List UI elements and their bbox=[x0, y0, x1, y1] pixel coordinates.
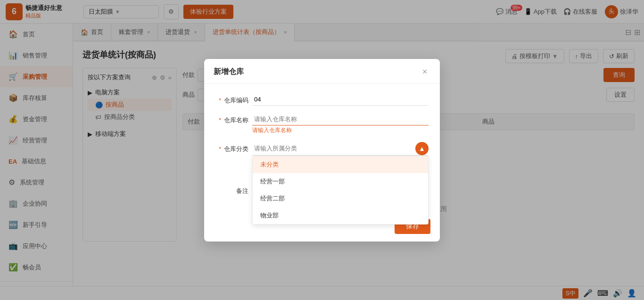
code-input[interactable] bbox=[252, 93, 429, 106]
notes-label: 备注 bbox=[215, 184, 248, 195]
dropdown-item-property[interactable]: 物业部 bbox=[253, 207, 428, 224]
new-warehouse-modal: 新增仓库 × * 仓库编码 * 仓库名称 bbox=[204, 59, 440, 242]
name-required: * bbox=[219, 117, 221, 124]
modal-header: 新增仓库 × bbox=[204, 59, 440, 84]
form-row-name: * 仓库名称 请输入仓库名称 bbox=[215, 113, 429, 134]
name-input[interactable] bbox=[252, 113, 429, 125]
category-field-wrap: ▲ 未分类 经营一部 经营二部 物业部 bbox=[252, 142, 429, 156]
code-field-wrap bbox=[252, 93, 429, 106]
modal-body: * 仓库编码 * 仓库名称 请输入仓库名称 bbox=[204, 84, 440, 213]
name-error-message: 请输入仓库名称 bbox=[252, 126, 429, 134]
dropdown-item-ops1[interactable]: 经营一部 bbox=[253, 173, 428, 190]
dropdown-item-ops2[interactable]: 经营二部 bbox=[253, 190, 428, 207]
name-field-wrap: 请输入仓库名称 bbox=[252, 113, 429, 134]
category-label: * 仓库分类 bbox=[215, 142, 248, 153]
name-label: * 仓库名称 bbox=[215, 113, 248, 125]
modal-overlay[interactable]: 新增仓库 × * 仓库编码 * 仓库名称 bbox=[0, 0, 644, 300]
category-input[interactable] bbox=[252, 142, 415, 154]
category-select-wrap: ▲ bbox=[252, 142, 429, 156]
modal-close-button[interactable]: × bbox=[419, 67, 430, 78]
modal-title: 新增仓库 bbox=[214, 67, 244, 77]
form-row-code: * 仓库编码 bbox=[215, 93, 429, 106]
code-required: * bbox=[219, 97, 221, 104]
code-label: * 仓库编码 bbox=[215, 93, 248, 105]
category-toggle-button[interactable]: ▲ bbox=[415, 142, 429, 155]
form-row-category: * 仓库分类 ▲ 未分类 经营一部 经营二部 物业部 bbox=[215, 142, 429, 156]
cat-required: * bbox=[219, 145, 221, 152]
category-dropdown-menu: 未分类 经营一部 经营二部 物业部 bbox=[252, 156, 429, 225]
dropdown-item-none[interactable]: 未分类 bbox=[253, 156, 428, 173]
